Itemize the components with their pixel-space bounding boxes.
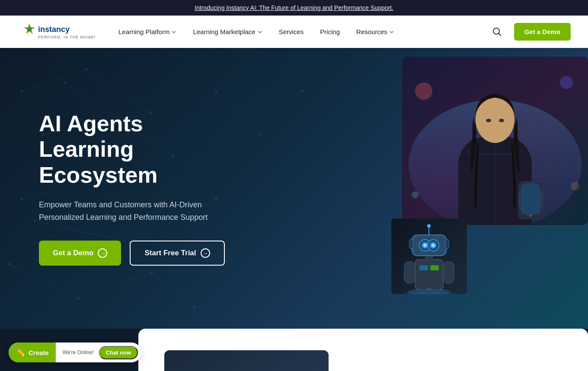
svg-rect-53 [419, 265, 428, 270]
edit-icon: ✏️ [16, 348, 25, 357]
nav-links: Learning Platform Learning Marketplace S… [112, 25, 489, 39]
copilot-card: Co-Pilot for eLearning Creators Harness … [138, 329, 588, 371]
svg-rect-72 [443, 262, 454, 283]
svg-point-68 [427, 224, 431, 228]
nav-pricing[interactable]: Pricing [314, 25, 346, 39]
svg-point-36 [193, 306, 196, 308]
svg-rect-77 [164, 350, 329, 371]
svg-point-50 [412, 191, 419, 198]
svg-text:instancy: instancy [38, 25, 70, 34]
hero-images [380, 48, 588, 329]
search-icon [492, 27, 502, 37]
svg-point-66 [427, 239, 440, 252]
copilot-image [164, 350, 329, 371]
chat-right: We're Online! Chat now [56, 346, 142, 359]
hero-buttons: Get a Demo → Start Free Trial → [39, 241, 225, 266]
chat-create-label: Create [29, 349, 49, 356]
hero-subtitle: Empower Teams and Customers with AI-Driv… [39, 199, 225, 224]
hero-start-trial-button[interactable]: Start Free Trial → [130, 241, 224, 266]
svg-line-15 [259, 91, 303, 134]
svg-point-4 [493, 28, 499, 34]
chevron-down-icon [171, 29, 176, 35]
woman-image [402, 57, 588, 225]
svg-point-46 [518, 182, 543, 216]
nav-learning-marketplace[interactable]: Learning Marketplace [187, 25, 268, 39]
copilot-image-svg [164, 350, 329, 371]
navbar: instancy PERFORM. IN THE MOMENT Learning… [0, 16, 588, 48]
arrow-right-icon: → [201, 248, 210, 258]
svg-rect-54 [430, 265, 439, 270]
banner-link[interactable]: Introducing Instancy AI: The Future of L… [195, 4, 393, 11]
svg-rect-70 [445, 239, 449, 249]
svg-point-48 [560, 76, 573, 89]
chat-widget: ✏️ Create We're Online! Chat now [9, 342, 141, 362]
chevron-down-icon [257, 29, 262, 35]
svg-rect-52 [415, 260, 443, 290]
hero-robot-image [391, 219, 467, 294]
logo[interactable]: instancy PERFORM. IN THE MOMENT [17, 20, 95, 44]
chat-combined-widget[interactable]: ✏️ Create We're Online! Chat now [9, 342, 141, 362]
arrow-right-icon: → [98, 248, 107, 258]
chat-now-button[interactable]: Chat now [99, 346, 138, 359]
nav-resources[interactable]: Resources [350, 25, 400, 39]
online-status-label: We're Online! [59, 348, 97, 357]
svg-point-49 [571, 182, 579, 190]
hero-section: AI Agents Learning Ecosystem Empower Tea… [0, 48, 588, 329]
svg-point-41 [486, 119, 491, 122]
top-banner: Introducing Instancy AI: The Future of L… [0, 0, 588, 16]
svg-point-20 [85, 68, 88, 71]
hero-content: AI Agents Learning Ecosystem Empower Tea… [0, 76, 259, 301]
search-button[interactable] [489, 24, 505, 40]
svg-point-42 [499, 119, 504, 122]
svg-rect-71 [404, 262, 415, 283]
chevron-down-icon [389, 29, 394, 35]
nav-services[interactable]: Services [273, 25, 310, 39]
robot-svg [391, 219, 467, 294]
navbar-get-demo-button[interactable]: Get a Demo [514, 23, 571, 41]
svg-text:PERFORM. IN THE MOMENT: PERFORM. IN THE MOMENT [38, 35, 95, 39]
svg-line-5 [499, 33, 501, 36]
hero-main-image [402, 57, 588, 225]
svg-point-32 [301, 90, 304, 92]
svg-point-47 [415, 82, 432, 100]
chat-create-area[interactable]: ✏️ Create [9, 342, 56, 362]
hero-title: AI Agents Learning Ecosystem [39, 111, 225, 188]
nav-learning-platform[interactable]: Learning Platform [112, 25, 182, 39]
hero-get-demo-button[interactable]: Get a Demo → [39, 241, 121, 266]
svg-rect-69 [409, 239, 413, 249]
